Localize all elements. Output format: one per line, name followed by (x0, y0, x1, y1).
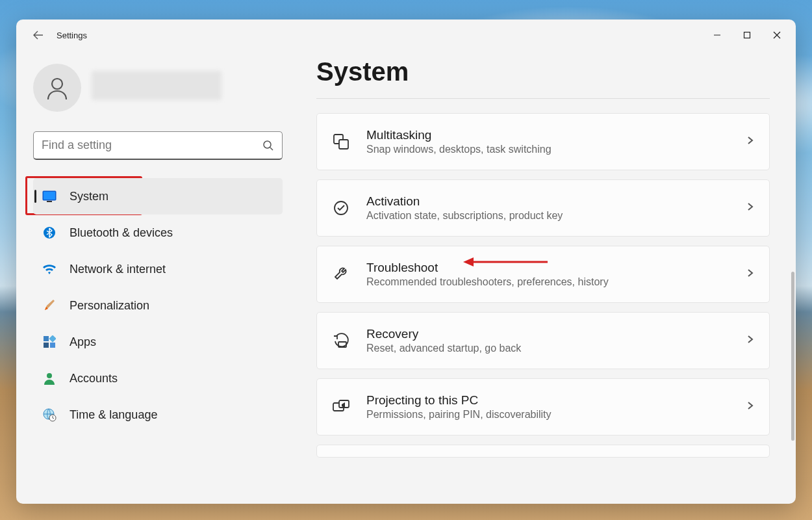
sidebar-item-accounts[interactable]: Accounts (33, 360, 283, 396)
wrench-icon (331, 265, 351, 284)
sidebar-item-bluetooth[interactable]: Bluetooth & devices (33, 214, 283, 251)
svg-rect-11 (44, 336, 49, 341)
sidebar-item-label: Accounts (70, 372, 118, 385)
sidebar-item-label: Time & language (70, 408, 157, 422)
card-activation[interactable]: Activation Activation state, subscriptio… (316, 179, 770, 237)
nav-list: System Bluetooth & devices Network & int… (33, 178, 283, 433)
person-silhouette-icon (44, 75, 70, 101)
globe-clock-icon (42, 408, 57, 422)
person-icon (42, 371, 57, 385)
svg-rect-13 (44, 343, 49, 348)
sidebar-item-label: Personalization (70, 299, 149, 313)
sidebar: System Bluetooth & devices Network & int… (16, 51, 296, 504)
svg-rect-8 (44, 192, 55, 200)
check-circle-icon (331, 198, 351, 218)
sidebar-item-personalization[interactable]: Personalization (33, 287, 283, 324)
monitor-icon (42, 189, 57, 203)
search-icon (262, 140, 274, 151)
minimize-button[interactable] (702, 23, 732, 47)
card-subtitle: Reset, advanced startup, go back (366, 343, 730, 354)
svg-point-4 (52, 79, 62, 89)
svg-rect-1 (744, 32, 750, 38)
scrollbar[interactable] (789, 77, 796, 497)
close-icon (773, 31, 781, 39)
minimize-icon (713, 31, 721, 39)
main-panel: System Multitasking Snap windows, deskto… (296, 51, 796, 504)
chevron-right-icon (746, 401, 755, 413)
recovery-icon (331, 331, 351, 350)
back-button[interactable] (28, 25, 49, 46)
sidebar-item-label: System (70, 190, 108, 203)
titlebar: Settings (16, 20, 796, 51)
avatar (33, 64, 81, 112)
card-title: Multitasking (366, 128, 730, 142)
card-subtitle: Snap windows, desktops, task switching (366, 144, 730, 155)
settings-card-list: Multitasking Snap windows, desktops, tas… (316, 113, 770, 471)
svg-point-15 (47, 373, 52, 378)
card-title: Recovery (366, 327, 730, 341)
card-subtitle: Recommended troubleshooters, preferences… (366, 276, 730, 288)
sidebar-item-label: Bluetooth & devices (70, 226, 173, 240)
card-title: Activation (366, 194, 730, 209)
svg-line-6 (270, 148, 273, 150)
multitask-icon (331, 132, 351, 151)
card-title: Troubleshoot (366, 261, 730, 275)
page-title: System (316, 57, 770, 86)
close-button[interactable] (762, 23, 792, 47)
svg-rect-9 (47, 201, 52, 202)
back-arrow-icon (33, 30, 44, 40)
chevron-right-icon (746, 335, 755, 346)
card-partial-next[interactable] (316, 445, 770, 458)
sidebar-item-apps[interactable]: Apps (33, 324, 283, 360)
maximize-button[interactable] (732, 23, 762, 47)
chevron-right-icon (746, 136, 755, 148)
sidebar-item-system[interactable]: System (33, 178, 283, 214)
card-subtitle: Activation state, subscriptions, product… (366, 210, 730, 222)
card-projecting[interactable]: Projecting to this PC Permissions, pairi… (316, 378, 770, 436)
card-subtitle: Permissions, pairing PIN, discoverabilit… (366, 409, 730, 421)
wifi-icon (42, 262, 57, 276)
card-recovery[interactable]: Recovery Reset, advanced startup, go bac… (316, 312, 770, 369)
svg-rect-14 (50, 343, 55, 348)
chevron-right-icon (746, 202, 755, 214)
sidebar-item-label: Network & internet (70, 263, 166, 276)
sidebar-item-label: Apps (70, 335, 96, 349)
header-divider (316, 98, 770, 99)
svg-rect-19 (339, 140, 348, 149)
brush-icon (42, 298, 57, 313)
window-title: Settings (57, 31, 87, 40)
sidebar-item-time-language[interactable]: Time & language (33, 396, 283, 433)
scrollbar-thumb[interactable] (791, 272, 794, 441)
project-icon (331, 397, 351, 417)
search-box[interactable] (33, 131, 283, 160)
card-multitasking[interactable]: Multitasking Snap windows, desktops, tas… (316, 113, 770, 170)
settings-window: Settings (16, 20, 796, 504)
card-troubleshoot[interactable]: Troubleshoot Recommended troubleshooters… (316, 246, 770, 303)
svg-rect-12 (49, 335, 56, 343)
apps-icon (42, 335, 57, 349)
bluetooth-icon (42, 226, 57, 240)
svg-point-5 (264, 141, 271, 148)
sidebar-item-network[interactable]: Network & internet (33, 251, 283, 287)
maximize-icon (743, 31, 751, 39)
profile-block[interactable] (33, 64, 283, 112)
search-input[interactable] (42, 138, 262, 152)
profile-name-redacted (92, 71, 283, 105)
chevron-right-icon (746, 268, 755, 280)
card-title: Projecting to this PC (366, 393, 730, 408)
